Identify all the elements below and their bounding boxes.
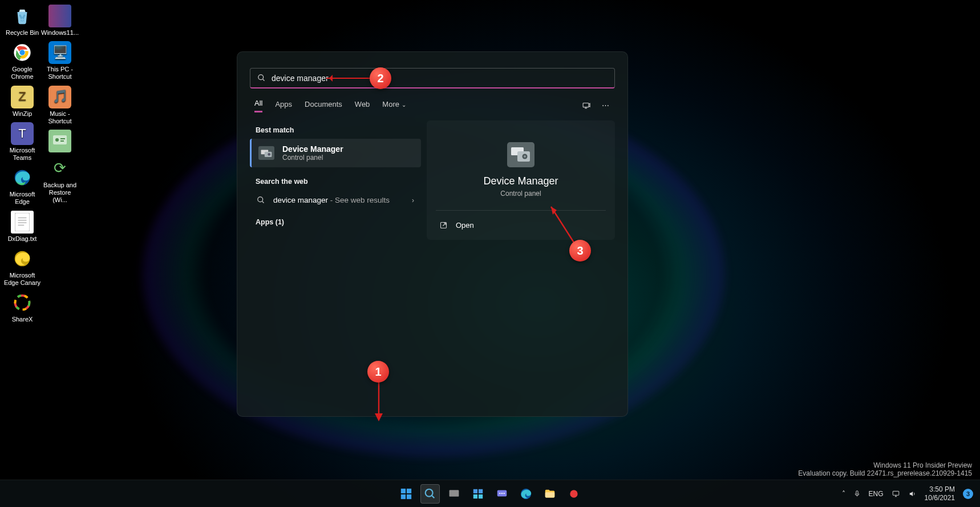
- more-options-icon[interactable]: ⋯: [602, 101, 610, 111]
- desktop-icon-backup-restore[interactable]: ⟳ Backup and Restore (Wi...: [41, 157, 79, 204]
- svg-marker-33: [375, 413, 383, 421]
- desktop-icon-recycle-bin[interactable]: Recycle Bin: [3, 5, 41, 37]
- windows-watermark: Windows 11 Pro Insider Preview Evaluatio…: [798, 461, 972, 477]
- svg-rect-34: [401, 488, 406, 493]
- device-manager-icon: [258, 146, 274, 160]
- tray-mic-icon[interactable]: [853, 489, 861, 498]
- preview-icon: [507, 142, 534, 167]
- svg-line-39: [432, 495, 435, 498]
- desktop-icon-control-panel[interactable]: [41, 130, 79, 152]
- best-match-item[interactable]: Device Manager Control panel: [250, 139, 421, 167]
- annotation-bubble-3: 3: [569, 240, 591, 261]
- preview-subtitle: Control panel: [436, 190, 606, 198]
- svg-point-48: [501, 492, 503, 493]
- svg-rect-51: [545, 492, 555, 497]
- taskbar-edge-icon[interactable]: [516, 484, 536, 504]
- svg-rect-44: [473, 494, 477, 498]
- svg-rect-16: [60, 140, 64, 142]
- desktop-icon-chrome[interactable]: Google Chrome: [3, 41, 41, 81]
- svg-line-24: [262, 201, 264, 203]
- tray-language[interactable]: ENG: [869, 490, 884, 498]
- taskbar-record-icon[interactable]: [564, 484, 584, 504]
- svg-rect-42: [473, 489, 477, 493]
- svg-rect-13: [53, 135, 67, 144]
- search-settings-icon[interactable]: [582, 101, 592, 111]
- desktop-icon-sharex[interactable]: ShareX: [3, 291, 41, 323]
- system-tray: ˄ ENG 3:50 PM 10/6/2021 3: [842, 485, 973, 502]
- search-box[interactable]: [250, 68, 615, 88]
- search-icon: [257, 196, 265, 204]
- search-button[interactable]: [420, 484, 440, 504]
- svg-rect-43: [479, 489, 483, 493]
- search-web-header: Search the web: [256, 178, 421, 186]
- search-icon: [257, 74, 266, 82]
- svg-rect-37: [407, 494, 411, 498]
- desktop-icon-music[interactable]: 🎵 Music - Shortcut: [41, 86, 79, 125]
- best-match-subtitle: Control panel: [282, 154, 343, 162]
- desktop-icon-teams[interactable]: T Microsoft Teams: [3, 122, 41, 162]
- svg-point-49: [503, 492, 504, 493]
- preview-title: Device Manager: [436, 175, 606, 187]
- svg-point-28: [524, 155, 526, 158]
- svg-rect-19: [583, 103, 589, 107]
- desktop-icons: Recycle Bin Google Chrome Z WinZip T Mic…: [3, 3, 79, 328]
- taskbar-chat-icon[interactable]: [492, 484, 512, 504]
- open-icon: [439, 221, 448, 230]
- svg-rect-45: [479, 494, 483, 498]
- taskbar-center: [396, 484, 584, 504]
- svg-point-47: [499, 492, 500, 493]
- start-button[interactable]: [396, 484, 416, 504]
- annotation-bubble-2: 2: [370, 67, 391, 89]
- desktop-icon-dxdiag[interactable]: DxDiag.txt: [3, 211, 41, 243]
- svg-rect-36: [401, 494, 406, 498]
- tab-all[interactable]: All: [254, 99, 262, 112]
- results-column: Best match Device Manager Control panel …: [250, 120, 421, 240]
- taskbar-explorer-icon[interactable]: [540, 484, 560, 504]
- svg-rect-54: [893, 491, 899, 495]
- svg-rect-53: [856, 491, 857, 494]
- svg-rect-41: [449, 490, 459, 496]
- desktop-icon-win11[interactable]: Windows11...: [41, 5, 79, 37]
- desktop-icon-this-pc[interactable]: 🖥️ This PC - Shortcut: [41, 41, 79, 81]
- best-match-title: Device Manager: [282, 144, 343, 154]
- best-match-header: Best match: [256, 126, 421, 134]
- svg-point-23: [258, 197, 263, 202]
- svg-rect-15: [60, 138, 65, 139]
- search-tabs: All Apps Documents Web More⌄ ⋯: [254, 99, 610, 112]
- taskview-button[interactable]: [444, 484, 464, 504]
- preview-pane: Device Manager Control panel Open: [427, 120, 615, 240]
- chevron-right-icon: ›: [412, 196, 414, 204]
- tray-notification-badge[interactable]: 3: [963, 489, 973, 499]
- tab-documents[interactable]: Documents: [305, 100, 342, 112]
- tab-more[interactable]: More⌄: [382, 100, 406, 112]
- search-web-result[interactable]: device manager - See web results ›: [250, 190, 421, 210]
- svg-point-14: [55, 138, 59, 142]
- svg-rect-35: [407, 488, 411, 493]
- tray-chevron-up-icon[interactable]: ˄: [842, 490, 845, 498]
- tray-clock[interactable]: 3:50 PM 10/6/2021: [925, 485, 955, 502]
- svg-point-17: [258, 75, 264, 80]
- svg-point-38: [426, 489, 433, 496]
- taskbar: ˄ ENG 3:50 PM 10/6/2021 3: [0, 480, 980, 507]
- desktop-icon-winzip[interactable]: Z WinZip: [3, 86, 41, 118]
- apps-header: Apps (1): [256, 218, 421, 226]
- annotation-arrow-1: [372, 381, 386, 422]
- chevron-down-icon: ⌄: [402, 102, 406, 108]
- tab-apps[interactable]: Apps: [275, 100, 292, 112]
- svg-point-52: [570, 490, 577, 497]
- svg-point-22: [268, 153, 270, 156]
- tab-web[interactable]: Web: [355, 100, 370, 112]
- svg-line-18: [262, 79, 264, 81]
- desktop-icon-edge-canary[interactable]: Microsoft Edge Canary: [3, 247, 41, 287]
- svg-rect-4: [15, 213, 30, 231]
- tray-volume-icon[interactable]: [908, 490, 917, 498]
- widgets-button[interactable]: [468, 484, 488, 504]
- tray-display-icon[interactable]: [892, 490, 900, 498]
- search-input[interactable]: [272, 74, 608, 83]
- annotation-arrow-2: [326, 78, 372, 79]
- desktop-icon-edge[interactable]: Microsoft Edge: [3, 166, 41, 206]
- annotation-bubble-1: 1: [367, 361, 389, 383]
